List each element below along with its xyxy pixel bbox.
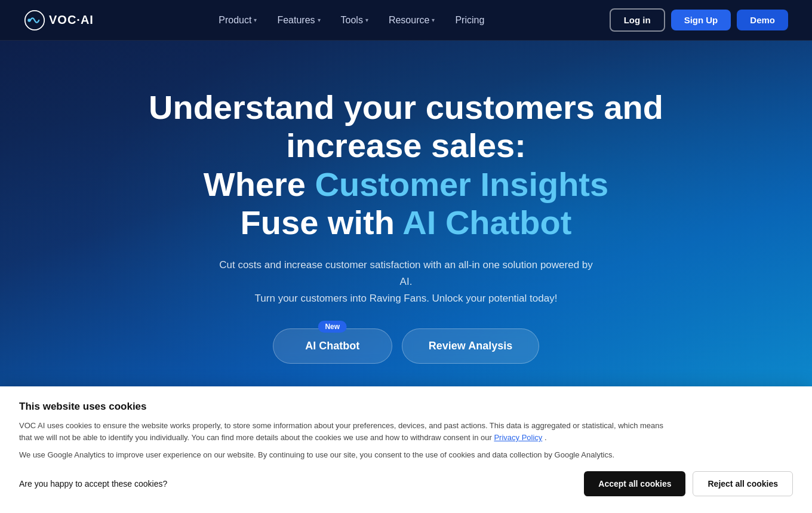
reject-cookies-button[interactable]: Reject all cookies [693,471,793,496]
accept-cookies-button[interactable]: Accept all cookies [584,471,685,496]
cookie-footer: Are you happy to accept these cookies? A… [19,471,793,496]
nav-tools[interactable]: Tools ▾ [333,10,377,30]
logo-text: VOC·AI [49,13,94,27]
nav-features[interactable]: Features ▾ [269,10,328,30]
signup-button[interactable]: Sign Up [671,10,731,30]
cookie-banner: This website uses cookies VOC AI uses co… [0,386,812,513]
chevron-down-icon: ▾ [254,17,257,23]
chevron-down-icon: ▾ [318,17,321,23]
svg-point-1 [27,19,30,21]
hero-title: Understand your customers and increase s… [137,88,675,242]
nav-product[interactable]: Product ▾ [210,10,265,30]
ai-chatbot-button[interactable]: New AI Chatbot [273,328,392,364]
demo-button[interactable]: Demo [737,10,788,30]
privacy-policy-link[interactable]: Privacy Policy [494,433,542,442]
nav-resource[interactable]: Resource ▾ [380,10,443,30]
chevron-down-icon: ▾ [365,17,368,23]
hero-buttons: New AI Chatbot Review Analysis [273,328,539,364]
nav-pricing[interactable]: Pricing [447,10,493,30]
hero-subtitle: Cut costs and increase customer satisfac… [215,257,597,307]
cookie-analytics: We use Google Analytics to improve user … [19,449,676,462]
chevron-down-icon: ▾ [432,17,435,23]
new-badge: New [318,321,347,333]
cookie-actions: Accept all cookies Reject all cookies [584,471,793,496]
navbar: VOC·AI Product ▾ Features ▾ Tools ▾ Reso… [0,0,812,41]
login-button[interactable]: Log in [610,8,665,32]
cookie-question: Are you happy to accept these cookies? [19,479,167,489]
nav-links: Product ▾ Features ▾ Tools ▾ Resource ▾ … [210,10,493,30]
review-analysis-button[interactable]: Review Analysis [402,328,539,364]
logo[interactable]: VOC·AI [24,10,94,31]
nav-actions: Log in Sign Up Demo [610,8,788,32]
cookie-title: This website uses cookies [19,401,793,413]
cookie-body: VOC AI uses cookies to ensure the websit… [19,420,676,445]
